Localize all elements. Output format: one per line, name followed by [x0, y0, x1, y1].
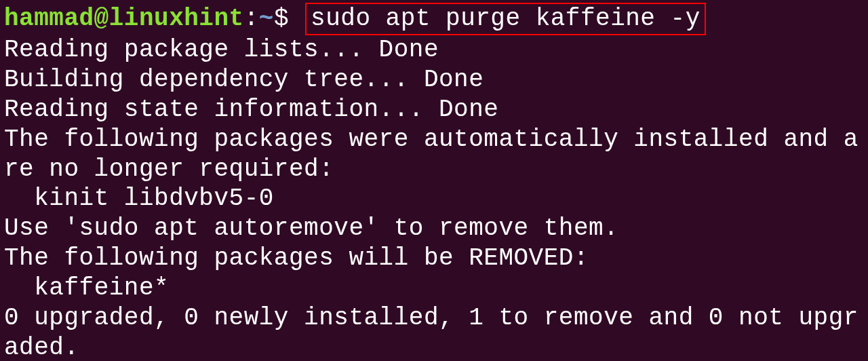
prompt-path: ~ [259, 5, 274, 33]
output-line-6: Use 'sudo apt autoremove' to remove them… [4, 214, 864, 244]
prompt-dollar: $ [274, 5, 289, 33]
prompt-separator: : [244, 5, 259, 33]
output-line-7: The following packages will be REMOVED: [4, 244, 864, 273]
output-line-8: kaffeine* [4, 273, 864, 303]
output-line-2: Building dependency tree... Done [4, 65, 864, 95]
output-line-9: 0 upgraded, 0 newly installed, 1 to remo… [4, 303, 864, 361]
command-highlight-box: sudo apt purge kaffeine -y [305, 3, 706, 35]
output-line-3: Reading state information... Done [4, 95, 864, 125]
terminal-prompt-line: hammad@linuxhint:~$ sudo apt purge kaffe… [4, 3, 864, 35]
output-line-5: kinit libdvbv5-0 [4, 184, 864, 214]
prompt-user-host: hammad@linuxhint [4, 5, 244, 33]
command-text[interactable]: sudo apt purge kaffeine -y [311, 5, 701, 33]
output-line-1: Reading package lists... Done [4, 35, 864, 65]
output-line-4: The following packages were automaticall… [4, 125, 864, 185]
